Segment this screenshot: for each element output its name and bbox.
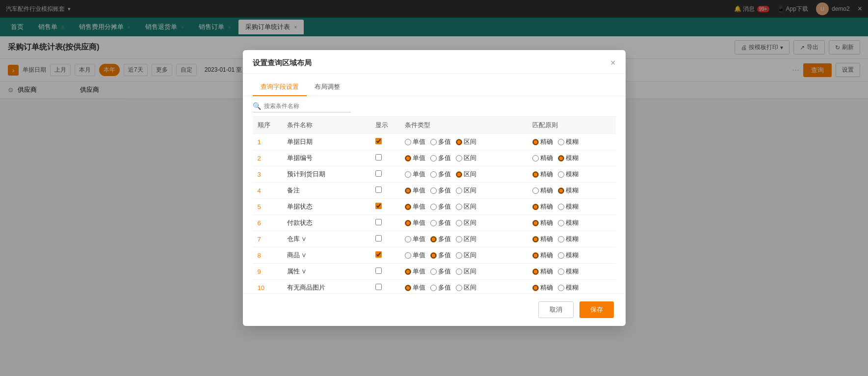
modal-overlay: 设置查询区域布局 × 查询字段设置 布局调整 🔍 顺序 条件名称 显示 bbox=[0, 0, 868, 99]
settings-dialog: 设置查询区域布局 × 查询字段设置 布局调整 🔍 顺序 条件名称 显示 bbox=[243, 50, 626, 99]
dialog-search-area: 🔍 bbox=[243, 96, 626, 99]
dialog-tab-layout[interactable]: 布局调整 bbox=[307, 79, 348, 96]
dialog-tab-fields[interactable]: 查询字段设置 bbox=[253, 79, 307, 96]
dialog-close-button[interactable]: × bbox=[610, 58, 616, 68]
dialog-header: 设置查询区域布局 × bbox=[243, 50, 626, 74]
dialog-tabs: 查询字段设置 布局调整 bbox=[243, 74, 626, 96]
dialog-title: 设置查询区域布局 bbox=[253, 58, 312, 68]
